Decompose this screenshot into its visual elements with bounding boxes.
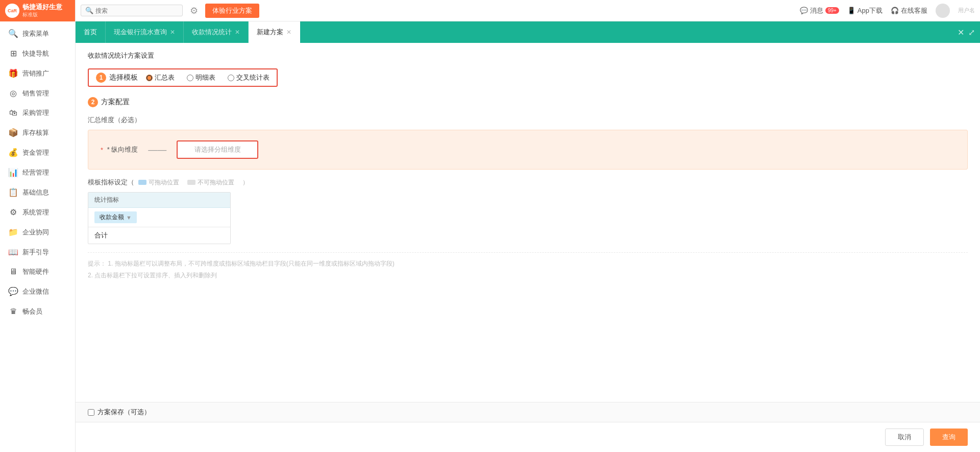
download-icon: 📱 (847, 7, 855, 14)
step1-section: 1 选择模板 汇总表 明细表 (88, 68, 968, 87)
hardware-icon: 🖥 (8, 267, 18, 276)
hint2-text: 2. 点击标题栏下拉可设置排序、插入列和删除列 (88, 271, 968, 280)
logo-icon: CaR (5, 4, 19, 18)
stats-table-header: 统计指标 (88, 193, 230, 208)
app-download-btn[interactable]: 📱 App下载 (847, 6, 883, 15)
dimension-arrow: —— (148, 145, 166, 155)
stats-row-amount: 收款金额 ▼ (88, 208, 230, 227)
purchase-icon: 🛍 (8, 108, 18, 117)
action-bar: 取消 查询 (76, 422, 980, 452)
tab-new[interactable]: 新建方案 ✕ (249, 21, 300, 43)
stats-tag-amount[interactable]: 收款金额 ▼ (94, 211, 137, 223)
sidebar-item-funds[interactable]: 💰 资金管理 (0, 142, 75, 162)
template-detail-radio[interactable] (187, 75, 193, 81)
message-btn[interactable]: 💬 消息 99+ (800, 6, 839, 15)
operations-icon: 📊 (8, 168, 18, 177)
stats-cell-amount: 收款金额 ▼ (88, 208, 143, 227)
content-area: 收款情况统计方案设置 1 选择模板 汇总表 (76, 43, 980, 452)
dimension-select[interactable]: 请选择分组维度 (177, 140, 258, 159)
tab-close-window-icon[interactable]: ✕ (958, 28, 964, 37)
trial-btn[interactable]: 体验行业方案 (205, 4, 259, 18)
basic-info-icon: 📋 (8, 187, 18, 197)
search-input[interactable] (95, 7, 172, 14)
sidebar-item-enterprise[interactable]: 📁 企业协同 (0, 222, 75, 242)
sidebar-item-sales[interactable]: ◎ 销售管理 (0, 83, 75, 103)
stats-table: 统计指标 收款金额 ▼ 合计 (88, 192, 231, 244)
save-option-checkbox[interactable] (88, 409, 94, 416)
template-cross-radio[interactable] (228, 75, 234, 81)
stats-row-subtotal: 合计 (88, 227, 230, 244)
settings-icon[interactable]: ⚙ (188, 5, 200, 16)
dimension-section-label: 汇总维度（必选） (88, 115, 968, 125)
sidebar-item-newbie[interactable]: 📖 新手引导 (0, 242, 75, 262)
funds-icon: 💰 (8, 148, 18, 157)
hint-section: 提示： 1. 拖动标题栏可以调整布局，不可跨维度或指标区域拖动栏目字段(只能在同… (88, 252, 968, 289)
legend-draggable-dot (138, 180, 146, 185)
message-badge: 99+ (825, 7, 839, 14)
enterprise-icon: 📁 (8, 227, 18, 237)
sidebar-item-system[interactable]: ⚙ 系统管理 (0, 202, 75, 222)
tab-home[interactable]: 首页 (76, 21, 106, 43)
legend-fixed: 不可拖动位置 (187, 178, 234, 187)
step2-num: 2 (88, 97, 98, 107)
tab-bank-close[interactable]: ✕ (170, 29, 175, 36)
sidebar: CaR 畅捷通好生意 标准版 🔍 搜索菜单 ⊞ 快捷导航 🎁 营销推广 ◎ 销售… (0, 0, 76, 452)
dimension-config: 汇总维度（必选） * * 纵向维度 —— 请选择分组维度 (88, 115, 968, 170)
sidebar-item-search[interactable]: 🔍 搜索菜单 (0, 23, 75, 43)
app-version: 标准版 (22, 11, 62, 18)
marketing-icon: 🎁 (8, 68, 18, 78)
content-inner: 收款情况统计方案设置 1 选择模板 汇总表 (76, 43, 980, 402)
tab-receipt[interactable]: 收款情况统计 ✕ (184, 21, 249, 43)
sidebar-item-hardware[interactable]: 🖥 智能硬件 (0, 262, 75, 281)
sidebar-item-wechat[interactable]: 💬 企业微信 (0, 281, 75, 301)
tab-bank[interactable]: 现金银行流水查询 ✕ (106, 21, 184, 43)
tabs-bar: 首页 现金银行流水查询 ✕ 收款情况统计 ✕ 新建方案 ✕ ✕ ⤢ (76, 21, 980, 43)
user-avatar[interactable] (936, 4, 950, 18)
indicator-section: 模板指标设定（ 可拖动位置 不可拖动位置 ） (88, 178, 968, 244)
template-summary-radio[interactable] (146, 75, 153, 81)
tab-maximize-icon[interactable]: ⤢ (968, 28, 975, 37)
indicator-legend: 可拖动位置 不可拖动位置 ） (138, 178, 249, 187)
template-cross-option[interactable]: 交叉统计表 (228, 73, 270, 82)
wechat-icon: 💬 (8, 287, 18, 296)
step2-label: 方案配置 (101, 98, 130, 107)
footer-save: 方案保存（可选） (76, 402, 980, 422)
sidebar-nav: 🔍 搜索菜单 ⊞ 快捷导航 🎁 营销推广 ◎ 销售管理 🛍 采购管理 📦 库存核… (0, 21, 75, 452)
sidebar-item-operations[interactable]: 📊 经营管理 (0, 162, 75, 182)
stats-dropdown-icon[interactable]: ▼ (126, 215, 132, 221)
cancel-button[interactable]: 取消 (885, 429, 924, 446)
hint1-text: 提示： 1. 拖动标题栏可以调整布局，不可跨维度或指标区域拖动栏目字段(只能在同… (88, 259, 968, 269)
tab-new-close[interactable]: ✕ (286, 29, 291, 36)
quick-nav-icon: ⊞ (8, 49, 18, 58)
sidebar-item-inventory[interactable]: 📦 库存核算 (0, 123, 75, 142)
dimension-area: * * 纵向维度 —— 请选择分组维度 (88, 130, 968, 170)
indicator-label: 模板指标设定（ 可拖动位置 不可拖动位置 ） (88, 178, 968, 187)
online-service-btn[interactable]: 🎧 在线客服 (891, 6, 927, 15)
topbar-right: 💬 消息 99+ 📱 App下载 🎧 在线客服 用户名 (800, 4, 975, 18)
member-icon: ♛ (8, 306, 18, 316)
topbar-search-box[interactable]: 🔍 (81, 5, 183, 16)
page-title: 收款情况统计方案设置 (88, 51, 968, 60)
user-name: 用户名 (958, 7, 975, 14)
legend-draggable: 可拖动位置 (138, 178, 179, 187)
sidebar-item-purchase[interactable]: 🛍 采购管理 (0, 103, 75, 123)
save-option-label[interactable]: 方案保存（可选） (88, 408, 151, 417)
template-summary-option[interactable]: 汇总表 (146, 73, 175, 82)
sidebar-item-quick-nav[interactable]: ⊞ 快捷导航 (0, 43, 75, 63)
sidebar-item-basic-info[interactable]: 📋 基础信息 (0, 182, 75, 202)
main-area: 🔍 ⚙ 体验行业方案 💬 消息 99+ 📱 App下载 🎧 在线客服 用户名 (76, 0, 980, 452)
step2-section: 2 方案配置 汇总维度（必选） * * 纵向维度 —— 请选择分组维度 (88, 97, 968, 289)
system-icon: ⚙ (8, 207, 18, 217)
query-button[interactable]: 查询 (930, 429, 968, 446)
service-icon: 🎧 (891, 7, 899, 14)
search-icon: 🔍 (85, 7, 93, 14)
message-icon: 💬 (800, 7, 808, 14)
sales-icon: ◎ (8, 88, 18, 98)
template-detail-option[interactable]: 明细表 (187, 73, 215, 82)
sidebar-item-marketing[interactable]: 🎁 营销推广 (0, 63, 75, 83)
step1-label: 选择模板 (109, 73, 138, 82)
legend-fixed-dot (187, 180, 195, 185)
sidebar-item-member[interactable]: ♛ 畅会员 (0, 301, 75, 321)
template-radio-group: 汇总表 明细表 交叉统计表 (146, 73, 270, 82)
tab-receipt-close[interactable]: ✕ (235, 29, 240, 36)
